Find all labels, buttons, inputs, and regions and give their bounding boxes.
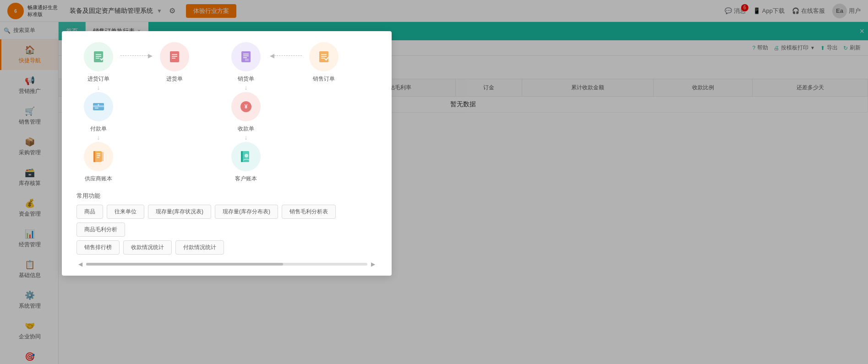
sales-order-node[interactable]: 销售订单 — [309, 42, 338, 83]
svg-rect-30 — [319, 51, 328, 62]
svg-rect-8 — [95, 108, 98, 109]
sales-order-col: 销售订单 — [302, 42, 346, 83]
arrow-down-4: ↓ — [245, 134, 248, 141]
supplier-ledger-node[interactable]: 供应商账本 — [84, 142, 113, 183]
common-btn-0[interactable]: 商品 — [76, 205, 103, 219]
sales-bill-node[interactable]: 销货单 — [231, 42, 261, 83]
receipt-node[interactable]: ¥ 收款单 — [231, 92, 261, 133]
scroll-right-button[interactable]: ▶ — [369, 260, 377, 268]
supplier-ledger-icon — [84, 142, 113, 171]
common-btn-1[interactable]: 往来单位 — [107, 205, 144, 219]
sales-bill-icon — [231, 42, 261, 71]
left-flow-col: 进货订单 ↓ ¥ — [76, 42, 120, 183]
payment-icon: ¥ — [84, 92, 113, 121]
customer-ledger-node[interactable]: 客户账本 — [231, 142, 261, 183]
common-btn-4[interactable]: 销售毛利分析表 — [282, 205, 336, 219]
modal-content: 进货订单 ↓ ¥ — [62, 31, 392, 276]
svg-rect-16 — [170, 51, 179, 62]
svg-point-29 — [245, 154, 248, 158]
sales-bill-label: 销货单 — [238, 75, 254, 83]
common-functions-buttons: 商品 往来单位 现存量(库存状况表) 现存量(库存分布表) 销售毛利分析表 商品… — [76, 205, 377, 237]
customer-ledger-icon — [231, 142, 261, 171]
supplier-ledger-label: 供应商账本 — [85, 175, 112, 183]
common-btn-5[interactable]: 商品毛利分析 — [76, 223, 125, 237]
common-functions-section: 常用功能 商品 往来单位 现存量(库存状况表) 现存量(库存分布表) 销售毛利分… — [76, 192, 377, 255]
scroll-left-button[interactable]: ◀ — [76, 260, 84, 268]
svg-rect-28 — [241, 151, 243, 162]
customer-ledger-label: 客户账本 — [235, 175, 257, 183]
purchase-bill-node[interactable]: 进货单 — [160, 42, 189, 83]
svg-rect-11 — [93, 151, 95, 162]
purchase-order-node[interactable]: 进货订单 — [84, 42, 113, 83]
common-btn-7[interactable]: 收款情况统计 — [123, 240, 172, 255]
common-functions-buttons-row2: 销售排行榜 收款情况统计 付款情况统计 — [76, 240, 377, 255]
common-btn-3[interactable]: 现存量(库存分布表) — [215, 205, 278, 219]
scrollbar-track[interactable] — [86, 263, 367, 266]
payment-label: 付款单 — [90, 125, 107, 133]
svg-text:¥: ¥ — [245, 103, 248, 110]
arrow-down-3: ↓ — [97, 134, 100, 141]
purchase-bill-label: 进货单 — [166, 75, 183, 83]
purchase-order-label: 进货订单 — [87, 75, 109, 83]
receipt-icon: ¥ — [231, 92, 261, 121]
sales-col: 销货单 ↓ ¥ 收款单 — [224, 42, 268, 183]
receipt-label: 收款单 — [238, 125, 254, 133]
svg-rect-24 — [245, 59, 249, 61]
svg-rect-15 — [101, 152, 104, 161]
arrow-down-1: ↓ — [97, 84, 100, 91]
common-btn-2[interactable]: 现存量(库存状况表) — [148, 205, 211, 219]
common-functions-title: 常用功能 — [76, 192, 377, 200]
modal-scrollbar-row: ◀ ▶ — [76, 260, 377, 268]
flow-diagram: 进货订单 ↓ ¥ — [76, 42, 377, 183]
purchase-bill-icon — [160, 42, 189, 71]
modal-overlay[interactable]: 进货订单 ↓ ¥ — [0, 0, 868, 364]
scrollbar-thumb[interactable] — [86, 263, 283, 266]
h-arrow-1: ▶ — [120, 52, 153, 59]
sales-order-label: 销售订单 — [313, 75, 335, 83]
purchase-order-icon — [84, 42, 113, 71]
right-col: 进货单 — [153, 42, 197, 124]
modal-box: 进货订单 ↓ ¥ — [62, 31, 392, 276]
payment-node[interactable]: ¥ 付款单 — [84, 92, 113, 133]
common-btn-8[interactable]: 付款情况统计 — [175, 240, 224, 255]
sales-order-icon — [309, 42, 338, 71]
h-arrow-2: ◀ — [270, 52, 302, 59]
arrow-down-2: ↓ — [245, 84, 248, 91]
common-btn-6[interactable]: 销售排行榜 — [76, 240, 120, 255]
